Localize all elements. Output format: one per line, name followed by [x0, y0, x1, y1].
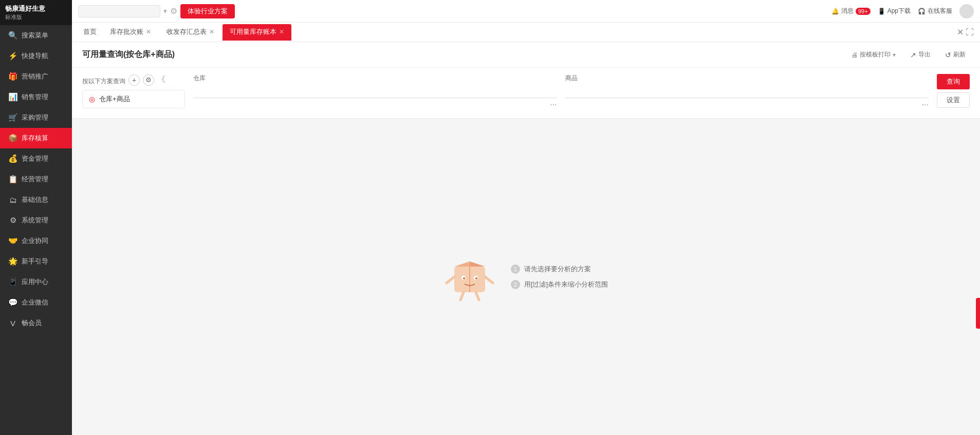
refresh-btn[interactable]: ↺ 刷新	[941, 48, 970, 61]
add-scheme-btn[interactable]: +	[128, 74, 140, 86]
export-icon: ↗	[910, 51, 916, 59]
empty-state: 1 请先选择要分析的方案 2 用[过滤]条件来缩小分析范围	[72, 119, 980, 435]
query-btn[interactable]: 查询	[937, 74, 970, 89]
sidebar-item-label: 新手引导	[22, 257, 48, 266]
sidebar-item-经营管理[interactable]: 📋经营管理	[0, 169, 72, 190]
sidebar-item-库存核算[interactable]: 📦库存核算	[0, 128, 72, 148]
title-actions: 🖨 按模板打印 ▾ ↗ 导出 ↺ 刷新	[847, 48, 970, 61]
sidebar-item-label: 库存核算	[22, 134, 48, 143]
product-more-icon[interactable]: ···	[922, 100, 929, 112]
svg-line-10	[460, 292, 464, 300]
sidebar-item-label: 采购管理	[22, 113, 48, 122]
product-field: 商品 ···	[565, 74, 929, 112]
scheme-item-label: 仓库+商品	[99, 94, 130, 104]
svg-line-8	[447, 277, 454, 283]
filter-left: 按以下方案查询 + ⚙ 《 ◎ 仓库+商品	[82, 74, 185, 108]
refresh-label: 刷新	[953, 50, 966, 59]
tip-num-2: 2	[511, 280, 520, 289]
tab-close-inventory-batch[interactable]: ✕	[146, 28, 151, 35]
sidebar-icon: 📱	[8, 277, 17, 287]
chevron-down-icon[interactable]: ▾	[163, 7, 167, 15]
warehouse-more-icon[interactable]: ···	[550, 100, 557, 112]
sidebar-item-快捷导航[interactable]: ⚡快捷导航	[0, 46, 72, 66]
settings-icon[interactable]: ⚙	[170, 6, 177, 16]
product-label: 商品	[565, 74, 929, 83]
settings-scheme-btn[interactable]: ⚙	[143, 74, 154, 86]
tab-close-all-icon[interactable]: ✕	[957, 27, 964, 37]
svg-point-7	[475, 277, 477, 279]
tab-available-qty-label: 可用量库存账本	[230, 27, 276, 36]
product-input[interactable]	[565, 85, 929, 98]
search-input[interactable]	[78, 5, 160, 17]
scroll-indicator[interactable]	[976, 298, 980, 329]
sidebar-item-label: 经营管理	[22, 175, 48, 184]
sidebar-item-label: 搜索菜单	[22, 31, 48, 40]
warehouse-input[interactable]	[193, 85, 557, 98]
sidebar-header: 畅康通好生意 标准版	[0, 0, 72, 25]
sidebar-item-应用中心[interactable]: 📱应用中心	[0, 272, 72, 292]
tab-close-receive-summary[interactable]: ✕	[209, 28, 214, 35]
sidebar-item-label: 基础信息	[22, 195, 48, 204]
notice-icon: 🔔	[831, 8, 839, 15]
tab-close-available-qty[interactable]: ✕	[279, 28, 284, 35]
sidebar-item-label: 营销推广	[22, 72, 48, 81]
sidebar-icon: 🗂	[8, 196, 17, 204]
empty-tips: 1 请先选择要分析的方案 2 用[过滤]条件来缩小分析范围	[511, 264, 608, 289]
online-service-label: 在线客服	[928, 7, 952, 15]
main-area: ▾ ⚙ 体验行业方案 🔔 消息 99+ 📱 App下载 🎧 在线客服 首页 库存	[72, 0, 980, 435]
tab-inventory-batch[interactable]: 库存批次账 ✕	[103, 24, 158, 41]
empty-tip-1: 1 请先选择要分析的方案	[511, 264, 608, 274]
notice-btn[interactable]: 🔔 消息 99+	[831, 7, 871, 15]
tab-actions: ✕ ⛶	[957, 27, 974, 37]
sidebar-item-label: 应用中心	[22, 277, 48, 287]
sidebar-item-系统管理[interactable]: ⚙系统管理	[0, 210, 72, 231]
content-area: 可用量查询(按仓库+商品) 🖨 按模板打印 ▾ ↗ 导出 ↺ 刷新	[72, 42, 980, 435]
sidebar-item-label: 企业协同	[22, 236, 48, 245]
warehouse-field: 仓库 ···	[193, 74, 557, 112]
filter-actions: 查询 设置	[937, 74, 970, 108]
svg-marker-1	[454, 261, 470, 267]
sidebar-item-基础信息[interactable]: 🗂基础信息	[0, 190, 72, 210]
sidebar-item-营销推广[interactable]: 🎁营销推广	[0, 66, 72, 87]
sidebar-icon: 📊	[8, 92, 17, 102]
sidebar-item-label: 快捷导航	[22, 51, 48, 61]
svg-point-6	[463, 277, 465, 279]
app-download-label: App下载	[887, 7, 911, 15]
app-download-btn[interactable]: 📱 App下载	[878, 7, 911, 15]
header-right: 🔔 消息 99+ 📱 App下载 🎧 在线客服	[831, 4, 974, 18]
sidebar-icon: ⚡	[8, 51, 17, 61]
sidebar-item-新手引导[interactable]: 🌟新手引导	[0, 251, 72, 272]
header-left: ▾ ⚙ 体验行业方案	[78, 4, 827, 18]
sidebar-item-企业协同[interactable]: 🤝企业协同	[0, 231, 72, 251]
online-service-btn[interactable]: 🎧 在线客服	[918, 7, 952, 15]
avatar[interactable]	[959, 4, 974, 18]
page-title-bar: 可用量查询(按仓库+商品) 🖨 按模板打印 ▾ ↗ 导出 ↺ 刷新	[72, 42, 980, 68]
scheme-warehouse-product[interactable]: ◎ 仓库+商品	[83, 90, 184, 108]
sidebar-icon: 📦	[8, 134, 17, 143]
export-btn[interactable]: ↗ 导出	[906, 48, 935, 61]
settings-btn[interactable]: 设置	[937, 92, 970, 108]
sidebar-item-企业微信[interactable]: 💬企业微信	[0, 292, 72, 313]
filter-scheme-label: 按以下方案查询	[82, 74, 125, 86]
notice-label: 消息	[841, 7, 854, 15]
print-btn[interactable]: 🖨 按模板打印 ▾	[847, 48, 900, 61]
tab-receive-summary[interactable]: 收发存汇总表 ✕	[159, 24, 221, 41]
print-label: 按模板打印	[860, 50, 891, 59]
collapse-scheme-icon[interactable]: 《	[157, 74, 165, 85]
tab-expand-icon[interactable]: ⛶	[966, 28, 974, 37]
filter-fields: 仓库 ··· 商品 ···	[193, 74, 929, 112]
sidebar-item-采购管理[interactable]: 🛒采购管理	[0, 107, 72, 128]
top-header: ▾ ⚙ 体验行业方案 🔔 消息 99+ 📱 App下载 🎧 在线客服	[72, 0, 980, 23]
tab-home[interactable]: 首页	[78, 24, 102, 41]
scheme-item-icon: ◎	[89, 95, 95, 103]
industry-btn[interactable]: 体验行业方案	[180, 4, 235, 18]
print-dropdown-icon[interactable]: ▾	[893, 51, 896, 59]
sidebar-item-资金管理[interactable]: 💰资金管理	[0, 148, 72, 169]
sidebar-item-搜索菜单[interactable]: 🔍搜索菜单	[0, 25, 72, 46]
sidebar-item-label: 畅会员	[22, 318, 42, 328]
sidebar-item-销售管理[interactable]: 📊销售管理	[0, 87, 72, 107]
tab-available-qty[interactable]: 可用量库存账本 ✕	[223, 24, 291, 41]
sidebar-item-畅会员[interactable]: V畅会员	[0, 313, 72, 333]
sidebar-icon: ⚙	[8, 216, 17, 225]
edition-label: 标准版	[5, 13, 67, 21]
